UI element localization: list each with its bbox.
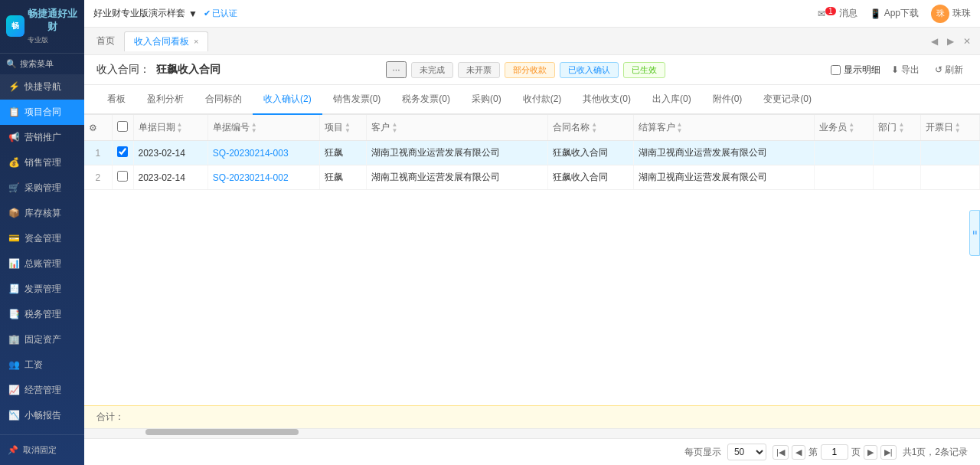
user-name: 珠珠 <box>952 7 971 20</box>
th-billing-customer: 结算客户 ▲▼ <box>633 115 815 141</box>
first-page-button[interactable]: |◀ <box>773 445 789 460</box>
sidebar-nav: 📋 项目合同 📢 营销推广 💰 销售管理 🛒 采购管理 📦 库存核算 💳 资金管… <box>0 100 84 434</box>
sidebar-item-tax[interactable]: 📑 税务管理 <box>0 302 84 327</box>
user-menu[interactable]: 珠 珠珠 <box>931 5 971 23</box>
tab-standards[interactable]: 合同标的 <box>194 85 253 115</box>
refresh-label: 刷新 <box>945 64 963 77</box>
show-detail-checkbox[interactable] <box>831 65 841 75</box>
nav-prev-icon[interactable]: ◀ <box>928 34 941 48</box>
prev-page-button[interactable]: ◀ <box>792 445 805 460</box>
sidebar-item-sales[interactable]: 💰 销售管理 <box>0 150 84 175</box>
sidebar-item-hr[interactable]: 👥 工资 <box>0 352 84 378</box>
company-selector[interactable]: 好业财专业版演示样套 ▼ <box>93 7 198 20</box>
tab-payment[interactable]: 收付款(2) <box>512 85 573 115</box>
sidebar-item-basic[interactable]: ⚙️ 基础信息 <box>0 428 84 434</box>
close-tab-icon[interactable]: × <box>194 37 198 46</box>
tab-board[interactable]: 看板 <box>96 85 136 115</box>
tab-standards-label: 合同标的 <box>205 93 242 104</box>
sidebar-item-capital[interactable]: 💳 资金管理 <box>0 226 84 251</box>
search-menu[interactable]: 🔍 搜索菜单 <box>0 54 84 74</box>
sidebar-item-label: 小畅报告 <box>24 409 61 422</box>
scrollbar-thumb[interactable] <box>145 429 299 435</box>
tab-change-log-label: 变更记录(0) <box>763 93 812 104</box>
sidebar-item-unpin[interactable]: 📌 取消固定 <box>0 440 84 460</box>
table-row[interactable]: 1 2023-02-14 SQ-20230214-003 狂飙 湖南卫视商业运营… <box>84 141 980 165</box>
sidebar-item-quick-nav[interactable]: ⚡ 快捷导航 <box>0 74 84 100</box>
gear-icon[interactable]: ⚙ <box>89 123 97 133</box>
page-size-select[interactable]: 20 50 100 <box>727 444 766 460</box>
th-contract-label: 合同名称 <box>553 121 590 134</box>
sidebar-item-operation[interactable]: 📈 经营管理 <box>0 378 84 403</box>
right-panel-handle[interactable]: ≡ <box>969 210 980 256</box>
sidebar-item-label: 发票管理 <box>24 283 61 296</box>
header-right-actions: 显示明细 ⬇ 导出 ↺ 刷新 <box>831 62 968 78</box>
right-panel-icon: ≡ <box>971 231 979 235</box>
status-confirmed-btn[interactable]: 已收入确认 <box>560 62 619 78</box>
tab-sales-invoice[interactable]: 销售发票(0) <box>322 85 392 115</box>
status-incomplete-btn[interactable]: 未完成 <box>411 62 453 78</box>
show-detail-toggle[interactable]: 显示明细 <box>831 64 880 77</box>
tabbar-nav: ◀ ▶ ✕ <box>928 34 974 48</box>
tab-home[interactable]: 首页 <box>90 31 121 51</box>
app-version: 专业版 <box>28 35 78 45</box>
tab-tax-invoice[interactable]: 税务发票(0) <box>391 85 461 115</box>
sidebar-item-fixed-assets[interactable]: 🏢 固定资产 <box>0 327 84 352</box>
tax-icon: 📑 <box>8 308 20 320</box>
table-row[interactable]: 2 2023-02-14 SQ-20230214-002 狂飙 湖南卫视商业运营… <box>84 165 980 190</box>
sidebar-item-purchase[interactable]: 🛒 采购管理 <box>0 175 84 201</box>
sidebar-item-marketing[interactable]: 📢 营销推广 <box>0 125 84 150</box>
sidebar-item-project[interactable]: 📋 项目合同 <box>0 100 84 125</box>
export-button[interactable]: ⬇ 导出 <box>887 62 924 78</box>
nav-next-icon[interactable]: ▶ <box>944 34 957 48</box>
project-icon: 📋 <box>8 106 20 118</box>
row-number-link[interactable]: SQ-20230214-003 <box>213 148 289 159</box>
tab-change-log[interactable]: 变更记录(0) <box>753 85 822 115</box>
horizontal-scrollbar[interactable] <box>84 429 980 438</box>
sidebar-logo: 畅 畅捷通好业财 专业版 <box>0 0 84 54</box>
last-page-button[interactable]: ▶| <box>880 445 897 460</box>
tab-profit[interactable]: 盈利分析 <box>136 85 194 115</box>
tab-confirm-label: 收入确认(2) <box>263 93 312 104</box>
row-department <box>874 165 920 190</box>
tab-attachments-label: 附件(0) <box>713 93 743 104</box>
table-scroll[interactable]: ⚙ 单据日期 ▲▼ <box>84 115 980 405</box>
refresh-button[interactable]: ↺ 刷新 <box>930 62 968 78</box>
tab-contract-board-label: 收入合同看板 <box>134 35 189 48</box>
status-partial-label: 部分收款 <box>513 65 547 74</box>
sort-arrows-icon: ▲▼ <box>391 122 397 134</box>
operation-icon: 📈 <box>8 384 20 396</box>
page-number-input[interactable] <box>821 444 848 460</box>
tab-other-income[interactable]: 其他收支(0) <box>572 85 642 115</box>
status-unopened-btn[interactable]: 未开票 <box>458 62 500 78</box>
sidebar-item-inventory[interactable]: 📦 库存核算 <box>0 201 84 226</box>
row-number-link[interactable]: SQ-20230214-002 <box>213 172 289 183</box>
sidebar-item-mini-report[interactable]: 📉 小畅报告 <box>0 403 84 428</box>
th-billing-customer-label: 结算客户 <box>639 121 675 134</box>
search-icon: 🔍 <box>6 59 17 69</box>
sidebar-item-general[interactable]: 📊 总账管理 <box>0 251 84 277</box>
row-customer: 湖南卫视商业运营发展有限公司 <box>367 141 548 165</box>
pin-icon: 📌 <box>8 445 18 455</box>
row-checkbox[interactable] <box>117 171 128 182</box>
row-checkbox-cell <box>112 165 133 190</box>
close-all-icon[interactable]: ✕ <box>960 34 974 48</box>
tab-contract-board[interactable]: 收入合同看板 × <box>124 31 208 51</box>
app-download-button[interactable]: 📱 App下载 <box>870 7 919 20</box>
status-effective-btn[interactable]: 已生效 <box>623 62 665 78</box>
tab-attachments[interactable]: 附件(0) <box>702 85 753 115</box>
export-label: 导出 <box>901 64 920 77</box>
row-number: SQ-20230214-003 <box>207 141 319 165</box>
tab-purchase[interactable]: 采购(0) <box>461 85 512 115</box>
summary-label: 合计： <box>96 411 124 424</box>
sort-arrows-icon: ▲▼ <box>955 122 961 134</box>
more-options-button[interactable]: ··· <box>386 61 406 78</box>
row-checkbox[interactable] <box>117 146 128 157</box>
tab-warehouse[interactable]: 出入库(0) <box>642 85 702 115</box>
select-all-checkbox[interactable] <box>117 121 128 132</box>
message-button[interactable]: ✉ 1 消息 <box>818 7 858 20</box>
status-partial-btn[interactable]: 部分收款 <box>505 62 555 78</box>
sidebar-item-invoice[interactable]: 🧾 发票管理 <box>0 277 84 302</box>
tab-confirm[interactable]: 收入确认(2) <box>253 85 322 115</box>
row-contract: 狂飙收入合同 <box>548 141 633 165</box>
next-page-button[interactable]: ▶ <box>864 445 877 460</box>
